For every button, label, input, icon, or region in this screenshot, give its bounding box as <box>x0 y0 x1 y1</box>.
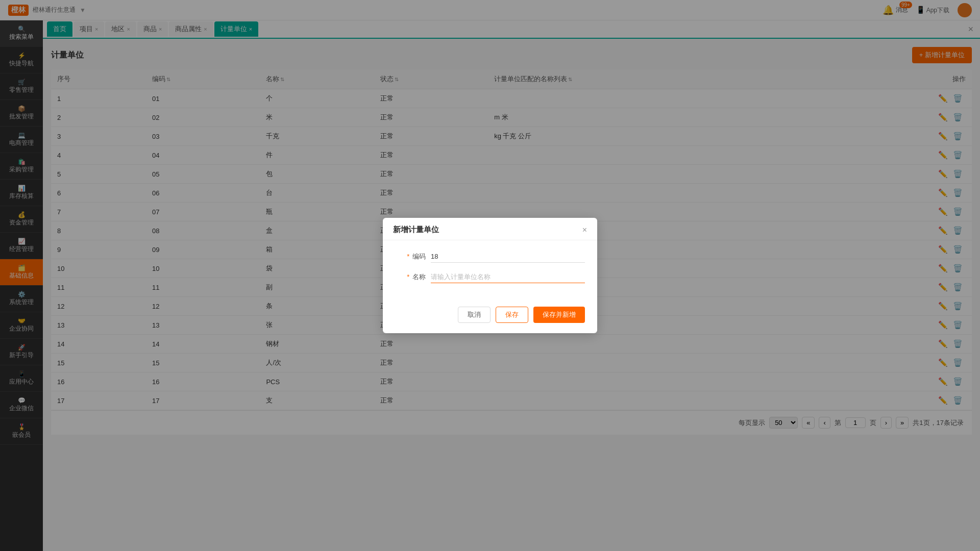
modal-title: 新增计量单位 <box>393 225 439 235</box>
modal-overlay: 新增计量单位 × * 编码 * 名称 取消 保存 保存并新增 <box>0 0 980 551</box>
code-label: * 编码 <box>395 252 426 261</box>
name-label-text: 名称 <box>412 273 426 281</box>
code-input[interactable] <box>431 251 585 263</box>
save-button[interactable]: 保存 <box>496 307 528 323</box>
add-unit-modal: 新增计量单位 × * 编码 * 名称 取消 保存 保存并新增 <box>383 218 597 333</box>
code-required-star: * <box>407 253 409 260</box>
cancel-button[interactable]: 取消 <box>458 307 491 323</box>
modal-footer: 取消 保存 保存并新增 <box>383 302 597 333</box>
name-required-star: * <box>407 273 409 281</box>
code-form-row: * 编码 <box>395 251 585 263</box>
modal-close-btn[interactable]: × <box>582 226 587 235</box>
modal-body: * 编码 * 名称 <box>383 240 597 302</box>
name-label: * 名称 <box>395 272 426 282</box>
save-and-new-button[interactable]: 保存并新增 <box>533 307 585 323</box>
modal-header: 新增计量单位 × <box>383 218 597 240</box>
name-form-row: * 名称 <box>395 271 585 283</box>
code-label-text: 编码 <box>412 253 426 260</box>
name-input[interactable] <box>431 271 585 283</box>
